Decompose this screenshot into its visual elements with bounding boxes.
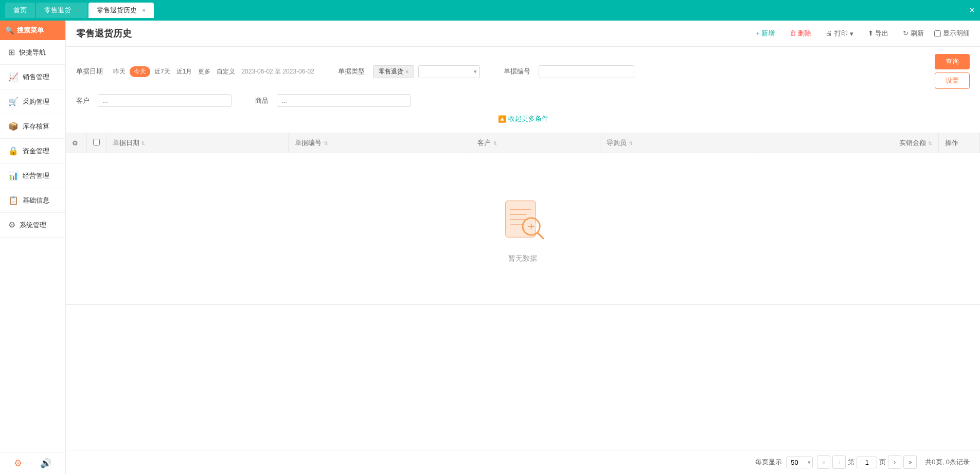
- sidebar-item-inventory-label: 库存核算: [23, 122, 49, 131]
- refresh-button[interactable]: ↻ 刷新: [899, 27, 928, 40]
- th-guide[interactable]: 导购员: [600, 133, 756, 153]
- page-header: 零售退货历史 + 新增 🗑 删除 🖨 打印 ▾ ⬆ 导出 ↻ 刷新: [66, 21, 980, 47]
- search-icon: 🔍: [5, 26, 14, 34]
- basic-info-icon: 📋: [8, 195, 19, 205]
- th-number[interactable]: 单据编号: [289, 133, 471, 153]
- type-select-wrapper: [418, 65, 480, 78]
- sidebar-item-system-mgmt[interactable]: ⚙ 系统管理: [0, 213, 65, 238]
- sidebar-item-purchase-mgmt[interactable]: 🛒 采购管理: [0, 89, 65, 114]
- goods-filter-label: 商品: [255, 96, 269, 105]
- sidebar-item-operations[interactable]: 📊 经营管理: [0, 163, 65, 188]
- page-input[interactable]: [857, 457, 877, 468]
- print-button[interactable]: 🖨 打印 ▾: [822, 27, 858, 40]
- type-select[interactable]: [418, 65, 480, 78]
- sidebar-item-sales-mgmt[interactable]: 📈 销售管理: [0, 65, 65, 89]
- filter-area: 单据日期 昨天 今天 近7天 近1月 更多 自定义 2023-06-02 至 2…: [66, 47, 980, 133]
- settings-button[interactable]: 设置: [935, 72, 970, 89]
- page-unit: 页: [879, 458, 886, 467]
- window-close-button[interactable]: ×: [969, 5, 975, 16]
- delete-button[interactable]: 🗑 删除: [786, 27, 816, 40]
- next-page-button[interactable]: ›: [888, 455, 901, 469]
- per-page-select-wrapper: 20 50 100: [786, 457, 813, 468]
- sidebar-search-label: 搜索菜单: [17, 26, 44, 35]
- tab-return-history[interactable]: 零售退货历史 ×: [88, 3, 153, 18]
- customer-filter-input[interactable]: [98, 94, 231, 107]
- system-icon: ⚙: [8, 220, 15, 230]
- tab-return-close[interactable]: ×: [76, 7, 79, 13]
- sidebar-item-finance-label: 资金管理: [23, 147, 49, 156]
- sidebar-footer: ⚙ 🔊: [0, 452, 65, 474]
- collapse-label: 收起更多条件: [508, 114, 548, 123]
- date-btn-1month[interactable]: 近1月: [174, 66, 194, 77]
- sidebar-search[interactable]: 🔍 搜索菜单: [0, 21, 65, 40]
- inventory-icon: 📦: [8, 121, 19, 131]
- number-filter-input[interactable]: [539, 65, 634, 78]
- tab-return-history-close[interactable]: ×: [142, 7, 145, 13]
- per-page-select[interactable]: 20 50 100: [786, 457, 813, 468]
- collapse-button[interactable]: 🔼 收起更多条件: [492, 112, 555, 125]
- type-filter-label: 单据类型: [338, 67, 365, 76]
- print-label: 🖨 打印: [826, 29, 848, 38]
- display-switch[interactable]: 显示明细: [934, 29, 970, 38]
- sidebar-item-inventory[interactable]: 📦 库存核算: [0, 114, 65, 139]
- table-area: ⚙ 单据日期 单据编号 客户: [66, 133, 980, 450]
- sales-icon: 📈: [8, 72, 19, 82]
- export-button[interactable]: ⬆ 导出: [864, 27, 893, 40]
- date-btn-yesterday[interactable]: 昨天: [111, 66, 128, 77]
- table-body: 暂无数据: [66, 153, 980, 305]
- content-area: 零售退货历史 + 新增 🗑 删除 🖨 打印 ▾ ⬆ 导出 ↻ 刷新: [66, 21, 980, 474]
- data-table: ⚙ 单据日期 单据编号 客户: [66, 133, 980, 305]
- sidebar-item-system-label: 系统管理: [20, 221, 46, 230]
- tab-home-label: 首页: [13, 6, 27, 15]
- number-filter-label: 单据编号: [504, 67, 530, 76]
- type-tag: 零售退货 ×: [373, 65, 414, 78]
- th-customer[interactable]: 客户: [471, 133, 600, 153]
- last-page-button[interactable]: »: [903, 455, 917, 469]
- settings-footer-icon[interactable]: ⚙: [14, 458, 22, 469]
- display-switch-label: 显示明细: [943, 29, 970, 38]
- date-btn-custom[interactable]: 自定义: [215, 66, 237, 77]
- query-button[interactable]: 查询: [935, 54, 970, 69]
- empty-text: 暂无数据: [508, 254, 537, 263]
- sidebar-item-quick-nav[interactable]: ⊞ 快捷导航: [0, 40, 65, 65]
- filter-row-1: 单据日期 昨天 今天 近7天 近1月 更多 自定义 2023-06-02 至 2…: [76, 54, 970, 89]
- first-page-button[interactable]: «: [817, 455, 830, 469]
- audio-footer-icon[interactable]: 🔊: [40, 458, 51, 469]
- new-button[interactable]: + 新增: [752, 27, 779, 40]
- table-header: ⚙ 单据日期 单据编号 客户: [66, 133, 980, 153]
- collapse-icon: 🔼: [498, 115, 506, 123]
- type-tag-close[interactable]: ×: [405, 68, 408, 75]
- tab-return[interactable]: 零售退货 ×: [36, 3, 87, 18]
- display-switch-checkbox[interactable]: [934, 30, 941, 37]
- th-check[interactable]: [86, 133, 106, 153]
- new-label: + 新增: [756, 29, 775, 38]
- th-amount[interactable]: 实销金额: [756, 133, 939, 153]
- th-gear[interactable]: ⚙: [66, 133, 86, 153]
- pagination-bar: 每页显示 20 50 100 « ‹ 第 页 › » 共0页, 0条记录: [66, 450, 980, 474]
- date-btn-today[interactable]: 今天: [130, 66, 150, 77]
- select-all-checkbox[interactable]: [93, 139, 100, 145]
- sidebar-item-finance[interactable]: 🔒 资金管理: [0, 139, 65, 163]
- main-layout: 🔍 搜索菜单 ⊞ 快捷导航 📈 销售管理 🛒 采购管理 📦 库存核算 🔒: [0, 21, 980, 474]
- sidebar-item-basic-info[interactable]: 📋 基础信息: [0, 188, 65, 213]
- type-tag-value: 零售退货: [379, 67, 403, 76]
- svg-line-7: [538, 233, 543, 239]
- finance-icon: 🔒: [8, 146, 19, 156]
- goods-filter-input[interactable]: [277, 94, 411, 107]
- sidebar-item-basic-info-label: 基础信息: [23, 196, 49, 205]
- sidebar: 🔍 搜索菜单 ⊞ 快捷导航 📈 销售管理 🛒 采购管理 📦 库存核算 🔒: [0, 21, 66, 474]
- tab-home[interactable]: 首页: [5, 3, 35, 18]
- date-btn-7days[interactable]: 近7天: [152, 66, 172, 77]
- date-filter-label: 单据日期: [76, 67, 103, 76]
- customer-filter-label: 客户: [76, 96, 90, 105]
- th-date[interactable]: 单据日期: [106, 133, 289, 153]
- tab-return-label: 零售退货: [44, 6, 71, 15]
- sidebar-items: ⊞ 快捷导航 📈 销售管理 🛒 采购管理 📦 库存核算 🔒 资金管理 📊: [0, 40, 65, 452]
- empty-state: 暂无数据: [66, 153, 980, 304]
- header-actions: + 新增 🗑 删除 🖨 打印 ▾ ⬆ 导出 ↻ 刷新 显示明细: [752, 27, 970, 40]
- purchase-icon: 🛒: [8, 97, 19, 106]
- prev-page-button[interactable]: ‹: [832, 455, 846, 469]
- filter-row-2: 客户 商品: [76, 94, 970, 107]
- date-btn-more[interactable]: 更多: [196, 66, 212, 77]
- print-dropdown-icon[interactable]: ▾: [850, 30, 853, 38]
